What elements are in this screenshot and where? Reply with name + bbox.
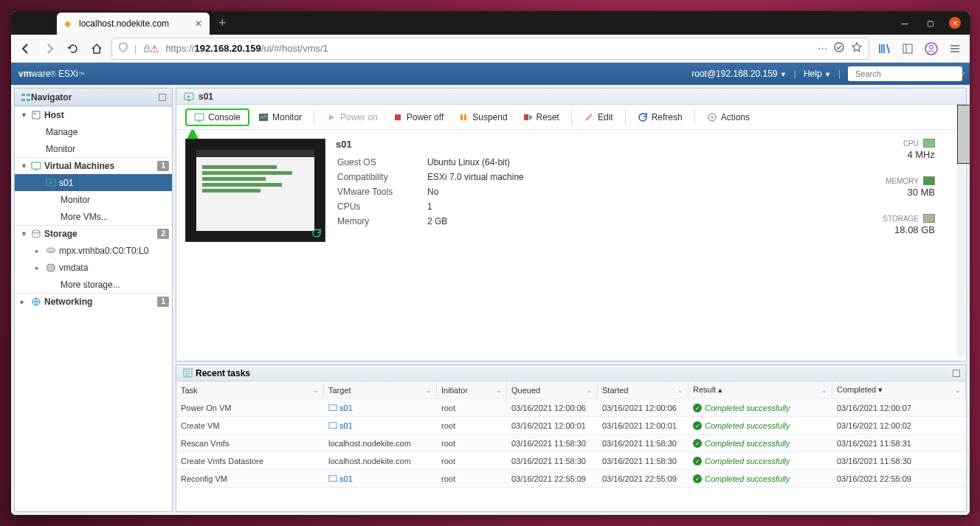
metric-label: CPU [903,139,919,148]
poweroff-button[interactable]: Power off [387,110,449,125]
col-header[interactable]: Result ▴⌄ [689,381,832,398]
table-row[interactable]: Create Vmfs Datastorelocalhost.nodekite.… [176,452,966,470]
home-button[interactable] [88,40,106,58]
cell-started: 03/16/2021 12:00:06 [598,404,689,412]
col-header[interactable]: Started⌄ [598,381,689,398]
cell-target: s01 [324,474,437,483]
tab-title: localhost.nodekite.com [79,18,169,29]
metric-value: 30 MB [883,187,935,198]
collapse-icon[interactable] [159,94,166,101]
forward-button[interactable] [41,40,58,58]
nav-label: vmdata [59,263,88,273]
svg-rect-29 [464,114,466,120]
vm-icon [184,91,194,102]
prop-key: Compatibility [337,170,426,184]
target-link[interactable]: s01 [328,474,353,483]
library-icon[interactable] [875,40,893,58]
window-maximize-icon[interactable]: ▢ [924,17,936,29]
vm-name: s01 [336,139,525,150]
cell-completed: 03/16/2021 12:00:07 [832,404,966,412]
back-button[interactable] [17,40,35,58]
lock-warning-icon[interactable]: ⚠ [142,43,159,55]
monitor-button[interactable]: Monitor [252,110,308,125]
nav-item-networking[interactable]: ▸Networking1 [15,293,172,310]
nav-item-storage[interactable]: ▼Storage2 [15,225,172,242]
cell-task: Power On VM [176,404,324,412]
svg-point-19 [46,248,55,252]
prop-value: No [427,185,524,198]
actions-button[interactable]: Actions [701,110,756,125]
search-dropdown-icon[interactable]: ▼ [960,70,967,77]
table-row[interactable]: Rescan Vmfslocalhost.nodekite.comroot03/… [176,435,966,452]
suspend-button[interactable]: Suspend [452,110,513,125]
target-link[interactable]: s01 [328,421,353,430]
nav-item-more-storage-[interactable]: More storage... [15,276,172,293]
window-close-icon[interactable]: ✕ [949,17,961,29]
metric-label: STORAGE [883,215,919,223]
cell-queued: 03/16/2021 22:55:09 [507,474,598,483]
protection-icon[interactable] [833,41,845,55]
nav-badge: 1 [157,161,169,171]
console-button[interactable]: Console [185,108,249,126]
address-bar[interactable]: | ⚠ https://192.168.20.159/ui/#/host/vms… [111,38,869,60]
browser-tab[interactable]: ◆ localhost.nodekite.com ✕ [57,13,210,35]
bookmark-icon[interactable] [851,41,863,55]
metric-chip-icon [923,214,935,223]
metric-value: 18.08 GB [883,224,935,235]
svg-rect-9 [27,94,30,96]
tab-close-icon[interactable]: ✕ [195,18,202,29]
search-input[interactable] [855,69,957,78]
cell-queued: 03/16/2021 11:58:30 [507,457,598,466]
nav-item-host[interactable]: ▼Host [15,106,172,123]
shield-icon[interactable] [118,42,128,55]
col-header[interactable]: Initiator⌄ [437,381,507,398]
reset-button[interactable]: Reset [517,110,565,125]
window-minimize-icon[interactable]: — [899,17,911,29]
nav-label: More storage... [61,280,120,290]
global-search[interactable]: ▼ [848,66,962,81]
cell-completed: 03/16/2021 22:55:09 [832,474,966,483]
nav-item-manage[interactable]: Manage [15,123,172,140]
svg-rect-2 [903,44,912,53]
col-header[interactable]: Task⌄ [176,381,324,398]
refresh-thumb-icon [311,228,322,238]
nav-item-mpx-vmhba0-c0-t0-l0[interactable]: ▸mpx.vmhba0:C0:T0:L0 [15,242,172,259]
menu-icon[interactable] [946,40,964,58]
col-header[interactable]: Queued⌄ [507,381,598,398]
tasks-table-header: Task⌄Target⌄Initiator⌄Queued⌄Started⌄Res… [176,381,966,399]
col-header[interactable]: Target⌄ [324,381,437,398]
nav-item-s01[interactable]: ▸s01 [15,174,172,191]
tab-favicon: ◆ [64,18,75,29]
vm-detail-panel: s01 Console Monitor [176,88,967,361]
nav-item-vmdata[interactable]: ▸vmdata [15,259,172,276]
nav-label: Storage [44,229,77,239]
table-row[interactable]: Create VM s01root03/16/2021 12:00:0103/1… [176,417,966,435]
svg-rect-13 [34,113,35,114]
new-tab-button[interactable]: + [218,15,227,31]
reload-button[interactable] [64,40,82,58]
sidebar-icon[interactable] [899,40,917,58]
user-menu[interactable]: root@192.168.20.159 ▼ [691,69,787,79]
tasks-collapse-icon[interactable] [953,370,960,377]
col-header[interactable]: Completed ▾⌄ [832,381,966,398]
table-row[interactable]: Reconfig VM s01root03/16/2021 22:55:0903… [176,470,966,488]
refresh-button[interactable]: Refresh [632,110,689,125]
target-link[interactable]: s01 [328,404,353,412]
cell-initiator: root [437,439,507,448]
poweron-button[interactable]: Power on [320,110,384,125]
help-menu[interactable]: Help ▼ [804,69,831,79]
nav-item-virtual-machines[interactable]: ▼Virtual Machines1 [15,157,172,174]
scrollbar[interactable] [957,105,965,357]
console-thumbnail[interactable] [185,139,325,242]
table-row[interactable]: Power On VM s01root03/16/2021 12:00:0603… [176,399,966,417]
svg-rect-0 [145,48,149,52]
nav-item-monitor[interactable]: Monitor [15,191,172,208]
account-icon[interactable] [922,40,940,58]
svg-rect-34 [329,404,337,410]
disk-icon [46,246,56,256]
nav-item-more-vms-[interactable]: More VMs... [15,208,172,225]
edit-button[interactable]: Edit [578,110,619,125]
nav-item-monitor[interactable]: Monitor [15,140,172,157]
nav-label: More VMs... [61,212,108,222]
metric-label: MEMORY [886,177,919,185]
